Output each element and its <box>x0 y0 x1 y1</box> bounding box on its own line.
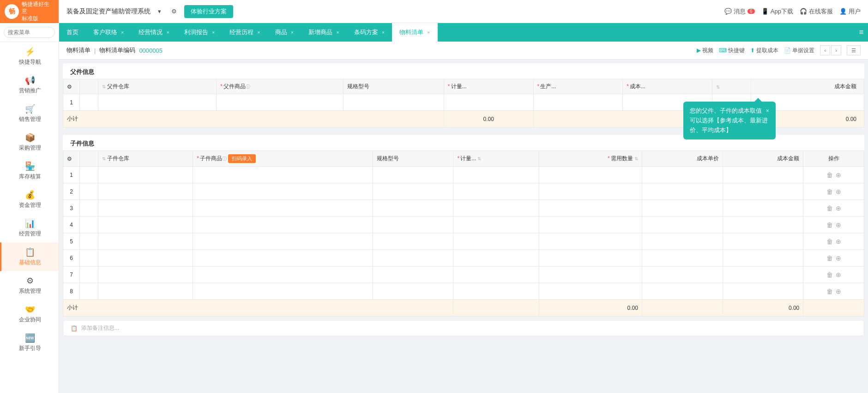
child-row-qty[interactable] <box>539 183 642 200</box>
sidebar-item-marketing[interactable]: 📢 营销推广 <box>0 71 59 99</box>
child-row-qty[interactable] <box>539 200 642 217</box>
single-settings-tool[interactable]: 📄 单据设置 <box>784 47 814 54</box>
child-row-qty[interactable] <box>539 283 642 300</box>
child-row-qty[interactable] <box>539 266 642 283</box>
child-row-spec[interactable] <box>373 183 453 200</box>
tab-new-goods[interactable]: 新增商品 × <box>301 23 346 42</box>
child-row-spec[interactable] <box>373 283 453 300</box>
tooltip-close-btn[interactable]: × <box>766 106 769 116</box>
child-row-unit[interactable] <box>453 200 539 217</box>
child-row-qty[interactable] <box>539 233 642 250</box>
tab-bom[interactable]: 物料清单 × <box>392 23 437 42</box>
child-row-spec[interactable] <box>373 200 453 217</box>
parent-row-spec[interactable] <box>343 94 444 111</box>
child-row-qty[interactable] <box>539 167 642 183</box>
close-all-tabs-btn[interactable]: ≡ <box>855 28 868 36</box>
tab-home[interactable]: 首页 <box>59 23 86 42</box>
child-row-unit-price[interactable] <box>642 283 723 300</box>
child-row-warehouse[interactable] <box>98 250 193 266</box>
delete-icon[interactable]: 🗑 <box>826 205 833 212</box>
child-row-product[interactable] <box>193 283 373 300</box>
child-row-unit[interactable] <box>453 283 539 300</box>
child-row-unit-price[interactable] <box>642 217 723 233</box>
parent-row-unit[interactable] <box>444 94 533 111</box>
child-row-product[interactable] <box>193 266 373 283</box>
child-row-product[interactable] <box>193 233 373 250</box>
sidebar-item-enterprise[interactable]: 🤝 企业协同 <box>0 300 59 328</box>
child-row-unit-price[interactable] <box>642 167 723 183</box>
sidebar-item-guide[interactable]: 🆕 新手引导 <box>0 328 59 357</box>
delete-icon[interactable]: 🗑 <box>826 271 833 278</box>
child-row-warehouse[interactable] <box>98 167 193 183</box>
child-row-unit-price[interactable] <box>642 233 723 250</box>
app-download-btn[interactable]: 📱 App下载 <box>761 7 793 16</box>
child-row-warehouse[interactable] <box>98 266 193 283</box>
list-view-btn[interactable]: ☰ <box>847 45 861 55</box>
child-row-product[interactable] <box>193 200 373 217</box>
sidebar-item-operations[interactable]: 📊 经营管理 <box>0 214 59 242</box>
delete-icon[interactable]: 🗑 <box>826 188 833 195</box>
copy-icon[interactable]: ⊕ <box>836 188 841 195</box>
copy-icon[interactable]: ⊕ <box>836 254 841 262</box>
delete-icon[interactable]: 🗑 <box>826 171 833 179</box>
delete-icon[interactable]: 🗑 <box>826 254 833 262</box>
copy-icon[interactable]: ⊕ <box>836 221 841 229</box>
child-row-qty[interactable] <box>539 250 642 266</box>
child-row-unit[interactable] <box>453 167 539 183</box>
dropdown-btn[interactable]: ▾ <box>155 7 164 16</box>
child-row-spec[interactable] <box>373 233 453 250</box>
tab-barcode[interactable]: 条码方案 × <box>347 23 392 42</box>
view-tool[interactable]: ▶ 视频 <box>697 47 713 54</box>
child-row-unit-price[interactable] <box>642 266 723 283</box>
tab-business-close[interactable]: × <box>166 30 169 35</box>
child-row-spec[interactable] <box>373 167 453 183</box>
tab-goods[interactable]: 商品 × <box>268 23 301 42</box>
child-row-unit[interactable] <box>453 183 539 200</box>
parent-col-settings[interactable]: ⚙ <box>63 79 80 94</box>
scan-btn[interactable]: 扫码录入 <box>228 154 256 163</box>
message-btn[interactable]: 💬 消息 6 <box>724 7 755 16</box>
sidebar-item-purchase[interactable]: 📦 采购管理 <box>0 128 59 157</box>
delete-icon[interactable]: 🗑 <box>826 238 833 245</box>
extract-cost-tool[interactable]: ⬆ 提取成本 <box>750 47 778 54</box>
child-row-unit[interactable] <box>453 217 539 233</box>
next-btn[interactable]: › <box>831 45 841 55</box>
sidebar-item-quick-nav[interactable]: ⚡ 快捷导航 <box>0 42 59 71</box>
copy-icon[interactable]: ⊕ <box>836 171 841 179</box>
online-service-btn[interactable]: 🎧 在线客服 <box>800 7 833 16</box>
parent-row-product[interactable] <box>217 94 343 111</box>
child-row-spec[interactable] <box>373 266 453 283</box>
trial-btn[interactable]: 体验行业方案 <box>184 5 233 18</box>
parent-row-production[interactable] <box>533 94 623 111</box>
child-row-spec[interactable] <box>373 217 453 233</box>
tab-history-close[interactable]: × <box>257 30 260 35</box>
child-row-unit[interactable] <box>453 266 539 283</box>
delete-icon[interactable]: 🗑 <box>826 221 833 229</box>
tab-barcode-close[interactable]: × <box>382 30 385 35</box>
tab-history[interactable]: 经营历程 × <box>222 23 267 42</box>
copy-icon[interactable]: ⊕ <box>836 271 841 278</box>
tab-goods-close[interactable]: × <box>291 30 294 35</box>
child-row-spec[interactable] <box>373 250 453 266</box>
child-row-warehouse[interactable] <box>98 283 193 300</box>
search-input[interactable] <box>4 27 55 38</box>
child-row-unit[interactable] <box>453 233 539 250</box>
tab-business[interactable]: 经营情况 × <box>131 23 176 42</box>
child-row-product[interactable] <box>193 250 373 266</box>
tab-profit[interactable]: 利润报告 × <box>177 23 222 42</box>
sidebar-item-inventory[interactable]: 🏪 库存核算 <box>0 157 59 185</box>
user-menu[interactable]: 👤 用户 <box>839 7 861 16</box>
tab-bom-close[interactable]: × <box>427 30 430 35</box>
tab-new-goods-close[interactable]: × <box>336 30 339 35</box>
child-row-product[interactable] <box>193 217 373 233</box>
child-row-warehouse[interactable] <box>98 183 193 200</box>
sidebar-item-system[interactable]: ⚙ 系统管理 <box>0 271 59 300</box>
child-row-warehouse[interactable] <box>98 217 193 233</box>
child-row-product[interactable] <box>193 167 373 183</box>
child-row-unit-price[interactable] <box>642 250 723 266</box>
tab-customers[interactable]: 客户联络 × <box>86 23 131 42</box>
child-row-unit[interactable] <box>453 250 539 266</box>
child-row-warehouse[interactable] <box>98 200 193 217</box>
shortcut-tool[interactable]: ⌨ 快捷键 <box>719 47 745 54</box>
child-row-warehouse[interactable] <box>98 233 193 250</box>
